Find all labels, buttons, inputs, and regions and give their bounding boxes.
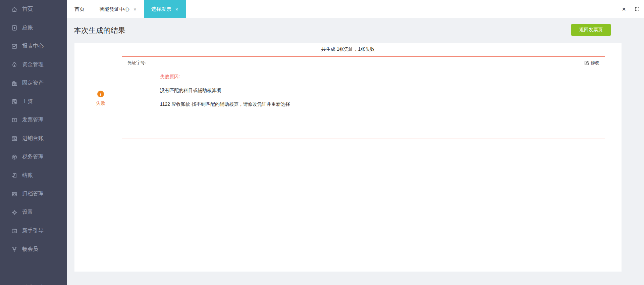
payroll-icon (11, 98, 18, 105)
main-content: 本次生成的结果 返回发票页 共生成 1张凭证，1张失败 i 失败 凭证字号: 修… (67, 18, 644, 285)
tab-bar: 首页 智能凭证中心 × 选择发票 × (67, 0, 644, 18)
sidebar-item-label: 发票管理 (22, 116, 44, 124)
result-card-header: 凭证字号: 修改 (122, 57, 605, 69)
sidebar-item-label: 工资 (22, 98, 33, 105)
fullscreen-button[interactable] (631, 0, 644, 18)
sidebar-item-member[interactable]: 畅会员 (0, 240, 67, 258)
sidebar-item-funds[interactable]: 资金管理 (0, 55, 67, 74)
tab-home[interactable]: 首页 (67, 0, 92, 18)
report-center-icon (11, 43, 18, 50)
tax-icon (11, 154, 18, 160)
sidebar-item-archive[interactable]: 归档管理 (0, 185, 67, 203)
back-to-invoice-button[interactable]: 返回发票页 (571, 24, 611, 36)
sidebar-item-payroll[interactable]: 工资 (0, 92, 67, 111)
home-icon (11, 6, 18, 13)
tab-label: 选择发票 (151, 6, 171, 12)
sidebar-item-home[interactable]: 首页 (0, 0, 67, 18)
sidebar-item-label: 畅会员 (22, 246, 38, 253)
window-controls: × (617, 0, 644, 18)
general-ledger-icon (11, 25, 18, 31)
sidebar-item-label: 归档管理 (22, 190, 44, 197)
invoice-icon (11, 117, 18, 124)
sidebar-item-fixed-assets[interactable]: 固定资产 (0, 74, 67, 92)
sidebar-item-invoice[interactable]: 发票管理 (0, 111, 67, 129)
sidebar-item-label: 结账 (22, 172, 33, 179)
page-title: 本次生成的结果 (74, 26, 125, 36)
closing-icon (11, 172, 18, 179)
tab-close-icon[interactable]: × (133, 6, 137, 12)
fail-reason-line: 1122 应收账款 找不到匹配的辅助核算，请修改凭证并重新选择 (160, 101, 598, 107)
sidebar-item-label: 固定资产 (22, 80, 44, 87)
sidebar-item-label: 首页 (22, 6, 33, 13)
sidebar-item-label: 资金管理 (22, 61, 44, 68)
info-icon: i (97, 91, 104, 97)
sidebar-item-label: 报表中心 (22, 43, 44, 50)
sidebar-item-closing[interactable]: 结账 (0, 166, 67, 185)
sidebar-item-label: 新手引导 (22, 227, 44, 234)
tab-close-icon[interactable]: × (175, 6, 178, 12)
failure-status: i 失败 (87, 91, 114, 106)
voucher-number-label: 凭证字号: (127, 60, 146, 66)
close-icon: × (622, 5, 626, 13)
edit-button-label: 修改 (591, 60, 599, 66)
archive-icon (11, 191, 18, 197)
edit-icon (584, 60, 589, 65)
fixed-assets-icon (11, 80, 18, 87)
tab-select-invoice[interactable]: 选择发票 × (144, 0, 186, 18)
fail-reason-line: 没有匹配的科目或辅助核算项 (160, 88, 598, 93)
tab-label: 首页 (74, 6, 85, 12)
tab-smart-voucher-center[interactable]: 智能凭证中心 × (92, 0, 144, 18)
generation-summary: 共生成 1张凭证，1张失败 (74, 43, 622, 52)
sidebar-item-report-center[interactable]: 报表中心 (0, 37, 67, 55)
sidebar: 首页 总账 报表中心 资金管理 固定资产 工资 发票管理 (0, 0, 67, 285)
settings-icon (11, 209, 18, 216)
sidebar-item-label: 进销台账 (22, 135, 44, 142)
close-button[interactable]: × (617, 0, 631, 18)
purchase-sales-icon (11, 135, 18, 142)
sidebar-item-tax[interactable]: 税务管理 (0, 148, 67, 166)
edit-button[interactable]: 修改 (584, 60, 599, 66)
sidebar-item-label: 总账 (22, 24, 33, 31)
tab-label: 智能凭证中心 (99, 6, 129, 12)
voucher-result-card: 凭证字号: 修改 失败原因: 没有匹配的科目或辅助核算项 1122 应收账款 找… (122, 56, 605, 139)
fail-reason-label: 失败原因: (160, 74, 598, 80)
member-icon (11, 246, 18, 253)
sidebar-item-general-ledger[interactable]: 总账 (0, 18, 67, 37)
sidebar-item-purchase-sales[interactable]: 进销台账 (0, 129, 67, 148)
result-card-body: 失败原因: 没有匹配的科目或辅助核算项 1122 应收账款 找不到匹配的辅助核算… (122, 69, 605, 107)
sidebar-collapse-button[interactable]: ◀ 隐藏导航 (0, 280, 67, 285)
sidebar-item-guide[interactable]: 新手引导 (0, 222, 67, 240)
sidebar-item-settings[interactable]: 设置 (0, 203, 67, 222)
fullscreen-icon (635, 6, 640, 12)
sidebar-item-label: 设置 (22, 209, 33, 216)
funds-icon (11, 61, 18, 68)
failure-status-label: 失败 (87, 100, 114, 106)
info-icon-letter: i (100, 92, 101, 97)
result-panel: 共生成 1张凭证，1张失败 i 失败 凭证字号: 修改 失败原因: 没有匹配的科… (74, 43, 622, 272)
guide-icon (11, 228, 18, 234)
sidebar-item-label: 税务管理 (22, 153, 44, 160)
collapse-label: 隐藏导航 (23, 284, 43, 285)
